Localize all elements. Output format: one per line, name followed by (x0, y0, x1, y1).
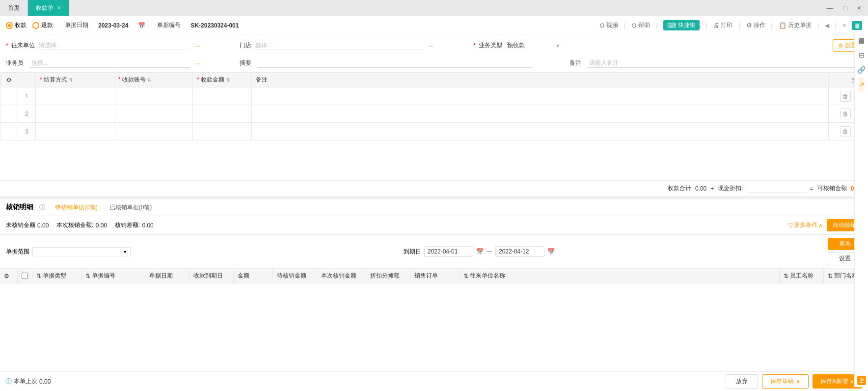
footer-info-icon: ⓘ (6, 377, 12, 386)
counterpart-more-icon[interactable]: ··· (192, 42, 202, 50)
history-button[interactable]: 📋 历史单据 (779, 21, 812, 29)
shortcut-button[interactable]: ⌨ 快捷键 (663, 20, 700, 30)
row-remark-cell[interactable] (252, 87, 829, 105)
row-account-cell[interactable] (114, 123, 193, 140)
close-button[interactable]: × (854, 3, 864, 13)
sales-staff-label: 业务员 (6, 59, 24, 67)
date-start-input[interactable] (424, 246, 473, 257)
col-settings-header[interactable]: ⚙ (0, 73, 18, 87)
shop-more-icon[interactable]: ··· (426, 42, 436, 50)
maximize-button[interactable]: □ (840, 3, 850, 13)
row-delete-icon[interactable]: 🗑 (840, 109, 851, 119)
toolbar-right: ⊙ 视频 | ⊙ 帮助 | ⌨ 快捷键 | 🖨 打印 | ⚙ 操作 (599, 20, 862, 30)
print-button[interactable]: 🖨 打印 (713, 21, 732, 29)
verify-label: 可核销金额 (817, 184, 847, 193)
col-account-header: * 收款账号 ⇅ (114, 73, 193, 87)
counterpart-label: 往来单位 (11, 41, 35, 50)
grid-icon[interactable]: ▦ (852, 21, 862, 30)
due-date-label: 到期日 (404, 248, 421, 256)
help-icon: ⊙ (631, 22, 637, 29)
row-delete-icon[interactable]: 🗑 (840, 91, 851, 102)
prev-icon[interactable]: ◀ (825, 22, 829, 29)
business-type-label: 业务类型 (479, 41, 502, 50)
counterpart-required: * (6, 42, 8, 49)
select-all-checkbox[interactable] (22, 273, 28, 279)
bt-checkbox-col[interactable] (18, 270, 32, 282)
sales-staff-input[interactable] (29, 58, 190, 68)
tab-close-icon[interactable]: × (57, 4, 61, 11)
range-chevron-icon: ▾ (124, 249, 126, 254)
row-settle-cell[interactable] (36, 105, 114, 123)
row-remark-cell[interactable] (252, 105, 829, 123)
date-value: 2023-03-24 (98, 22, 128, 29)
diff-label: 核销差额: (115, 221, 140, 229)
business-type-chevron[interactable]: ▾ (556, 42, 559, 49)
abandon-button[interactable]: 放弃 (726, 374, 758, 389)
staff-more-icon[interactable]: ··· (192, 59, 202, 67)
end-calendar-icon[interactable]: 📅 (547, 248, 555, 255)
writeoff-info-icon[interactable]: ⓘ (39, 203, 45, 212)
video-icon: ⊙ (599, 22, 605, 29)
table-row: 1 🗑 ⧉ (0, 87, 868, 105)
total-value: 0.00 (695, 185, 706, 192)
row-delete-icon[interactable]: 🗑 (840, 126, 851, 137)
help-button[interactable]: ⊙ 帮助 (631, 21, 650, 29)
bt-counterpart-col: ⇅ 往来单位名称 (460, 269, 780, 283)
sidebar-doc-icon[interactable]: ⊟ (859, 48, 865, 62)
doc-num-value: SK-20230324-001 (190, 22, 239, 29)
row-amount-cell[interactable] (193, 105, 252, 123)
diff-value: 0.00 (142, 222, 153, 229)
row-amount-cell[interactable] (193, 87, 252, 105)
filter-icon: ▽ (788, 222, 793, 229)
counterpart-input[interactable] (37, 41, 191, 50)
operation-button[interactable]: ⚙ 操作 (746, 21, 765, 29)
sidebar-table-icon[interactable]: ▦ (858, 33, 865, 47)
footer-info: ⓘ 本单上次 0.00 (6, 377, 51, 386)
date-end-input[interactable] (495, 246, 544, 257)
bt-settings-col[interactable]: ⚙ (0, 270, 18, 282)
row-settle-cell[interactable] (36, 87, 114, 105)
list-icon[interactable]: ≡ (842, 22, 846, 29)
row-num-cell: 2 (18, 105, 36, 123)
unverified-label: 未核销金额 (6, 221, 35, 229)
tab-active[interactable]: 收款单 × (28, 0, 69, 16)
done-tab[interactable]: 已核销单据(0笔) (109, 203, 152, 212)
sidebar-expand-icon[interactable]: ↗ (859, 78, 865, 91)
sidebar-link-icon[interactable]: 🔗 (857, 63, 866, 77)
writeoff-title: 核销明细 (6, 203, 33, 212)
range-select[interactable]: ▾ (32, 247, 131, 256)
remark-input[interactable] (587, 58, 862, 68)
date-label: 单据日期 (65, 21, 88, 29)
minimize-button[interactable]: — (823, 3, 836, 13)
start-calendar-icon[interactable]: 📅 (476, 248, 484, 255)
due-date-field: 到期日 📅 — 📅 (404, 246, 555, 257)
summary-input[interactable] (257, 58, 532, 68)
ai-button[interactable]: Ai (857, 376, 866, 385)
radio-receive[interactable]: 收款 (6, 21, 27, 29)
row-settle-cell[interactable] (36, 123, 114, 140)
radio-refund[interactable]: 退款 (32, 21, 53, 29)
required-icon2: * (118, 76, 121, 83)
counterpart-field: * 往来单位 ··· (6, 41, 202, 50)
row-amount-cell[interactable] (193, 123, 252, 140)
row-remark-cell[interactable] (252, 123, 829, 140)
video-button[interactable]: ⊙ 视频 (599, 21, 618, 29)
pending-tab[interactable]: 待核销单据(0笔) (55, 203, 98, 212)
save-draft-arrow-icon: ∧ (796, 378, 800, 385)
discount-input[interactable] (747, 184, 806, 193)
tab-home[interactable]: 首页 (0, 0, 28, 16)
calendar-icon[interactable]: 📅 (138, 22, 145, 29)
more-conditions-btn[interactable]: ▽ 更多条件 ∧ (788, 221, 823, 229)
row-account-cell[interactable] (114, 105, 193, 123)
row-account-cell[interactable] (114, 87, 193, 105)
shortcut-icon: ⌨ (667, 22, 677, 29)
main-content: 收款 退款 单据日期 2023-03-24 📅 单据编号 SK-20230324… (0, 16, 868, 391)
save-draft-button[interactable]: 保存草稿 ∧ (762, 374, 809, 389)
bt-due-date-col: 收款到期日 (190, 269, 234, 283)
shop-input[interactable] (253, 41, 424, 50)
bt-doc-date-col: 单据日期 (145, 269, 190, 283)
sales-staff-field: 业务员 ··· (6, 58, 202, 68)
bt-current-col: 本次核销金额 (317, 269, 366, 283)
row-settings-cell (0, 105, 18, 123)
equals-sign: = (810, 185, 814, 192)
